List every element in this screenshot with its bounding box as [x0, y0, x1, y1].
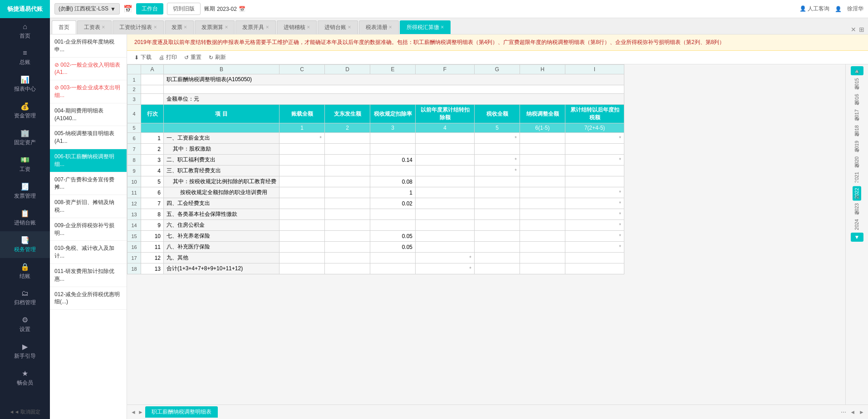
cell-num[interactable]: 10	[141, 231, 164, 242]
cell-g[interactable]	[475, 176, 520, 187]
tab-invoice[interactable]: 发票 ×	[165, 20, 194, 34]
workspace-button[interactable]: 工作台	[136, 3, 163, 15]
cell-e[interactable]: 1	[370, 187, 416, 198]
sidebar-item-tax[interactable]: 📑 税务管理	[0, 231, 50, 258]
unpin-button[interactable]: ◄◄ 取消固定	[0, 405, 50, 419]
cell-c[interactable]	[280, 187, 325, 198]
cell-d[interactable]	[325, 176, 370, 187]
cell-f[interactable]	[416, 242, 475, 253]
cell-d[interactable]	[325, 209, 370, 220]
cell-d[interactable]	[325, 144, 370, 155]
cell-i[interactable]: *	[565, 198, 624, 209]
list-item-005[interactable]: 005-纳税调整项目明细表(A1...	[50, 126, 127, 149]
tab-income-tax[interactable]: 所得税汇算缴 ×	[400, 20, 451, 34]
list-item-006[interactable]: 006-职工薪酬纳税调整明细...	[50, 149, 127, 172]
cell-num[interactable]: 5	[141, 176, 164, 187]
cell-h[interactable]	[520, 220, 565, 231]
sidebar-item-assets[interactable]: 💰 资金管理	[0, 97, 50, 124]
sidebar-item-archive[interactable]: 🗂 归档管理	[0, 285, 50, 311]
cell-d[interactable]	[325, 155, 370, 166]
cell-g[interactable]: *	[475, 133, 520, 144]
sidebar-item-sales[interactable]: 📋 进销台账	[0, 205, 50, 231]
cell-item[interactable]: 其中：按税收规定比例扣除的职工教育经费	[164, 176, 280, 187]
cell-e[interactable]	[370, 133, 416, 144]
cell-d[interactable]	[325, 198, 370, 209]
cell-f[interactable]	[416, 198, 475, 209]
cell-h[interactable]	[520, 263, 565, 274]
list-item-004[interactable]: 004-期间费用明细表(A1040...	[50, 103, 127, 127]
cell-c[interactable]	[280, 263, 325, 274]
cell-h[interactable]	[520, 231, 565, 242]
cell-num[interactable]: 1	[141, 133, 164, 144]
cell-h[interactable]	[520, 166, 565, 176]
cell-g[interactable]	[475, 198, 520, 209]
cell-num[interactable]: 11	[141, 242, 164, 253]
cell-e[interactable]	[370, 209, 416, 220]
scroll-left-icon[interactable]: ◄	[850, 409, 855, 415]
cell-c[interactable]	[280, 242, 325, 253]
year-2020[interactable]: 2020年	[853, 155, 861, 169]
year-2017[interactable]: 2017年	[853, 107, 861, 122]
cell-g[interactable]	[475, 263, 520, 274]
year-2016[interactable]: 2016年	[853, 92, 861, 107]
download-button[interactable]: ⬇ 下载	[134, 54, 152, 61]
cell-f[interactable]	[416, 176, 475, 187]
cell-h[interactable]	[520, 209, 565, 220]
cell-f[interactable]: *	[416, 263, 475, 274]
cell-num[interactable]: 13	[141, 263, 164, 274]
cell-c[interactable]	[280, 198, 325, 209]
calendar-icon[interactable]: 📅	[123, 5, 132, 13]
refresh-button[interactable]: ↻ 刷新	[209, 54, 226, 61]
cell-g[interactable]	[475, 144, 520, 155]
next-sheet-icon[interactable]: ►	[138, 409, 143, 415]
cell-g[interactable]	[475, 242, 520, 253]
close-tab-icon[interactable]: ✕	[851, 26, 856, 33]
cell-f[interactable]: *	[416, 253, 475, 263]
cell-num[interactable]: 7	[141, 198, 164, 209]
cell-i[interactable]: *	[565, 155, 624, 166]
cell-c[interactable]	[280, 155, 325, 166]
year-2021[interactable]: 2021年	[853, 170, 861, 185]
cell-num[interactable]: 4	[141, 166, 164, 176]
cell-e[interactable]	[370, 166, 416, 176]
year-2022[interactable]: 2022年	[853, 186, 861, 200]
cell-c[interactable]	[280, 166, 325, 176]
cell-i[interactable]: *	[565, 209, 624, 220]
cell-item[interactable]: 三、职工教育经费支出	[164, 166, 280, 176]
back-button[interactable]: 切到旧版	[167, 3, 201, 15]
cell-item[interactable]: 按税收规定全额扣除的职业培训费用	[164, 187, 280, 198]
cell-item[interactable]: 七、补充养老保险	[164, 231, 280, 242]
cell-g[interactable]	[475, 220, 520, 231]
cell-e[interactable]	[370, 220, 416, 231]
cell-e[interactable]: 0.02	[370, 198, 416, 209]
cell-d[interactable]	[325, 263, 370, 274]
cell-f[interactable]	[416, 155, 475, 166]
cell-g[interactable]: *	[475, 155, 520, 166]
list-item-003[interactable]: ⊘ 003-一般企业成本支出明细...	[50, 80, 127, 103]
tab-payroll[interactable]: 工资表 ×	[77, 20, 112, 34]
cell-e[interactable]: 0.08	[370, 176, 416, 187]
cell-i[interactable]: *	[565, 133, 624, 144]
list-item-009[interactable]: 009-企业所得税弥补亏损明...	[50, 218, 127, 241]
print-button[interactable]: 🖨 打印	[159, 54, 177, 61]
avatar-icon[interactable]: 👤	[835, 6, 842, 12]
sidebar-item-invoice[interactable]: 🧾 发票管理	[0, 178, 50, 205]
cell-g[interactable]	[475, 209, 520, 220]
cell-g[interactable]	[475, 187, 520, 198]
sheet-tab[interactable]: 职工薪酬纳税调整明细表	[145, 406, 218, 418]
sidebar-item-closing[interactable]: 🔒 结账	[0, 258, 50, 285]
tab-tax-clearance[interactable]: 税表清册 ×	[359, 20, 399, 34]
tab-purchase-verify[interactable]: 进销稽核 ×	[277, 20, 317, 34]
cell-item[interactable]: 二、职工福利费支出	[164, 155, 280, 166]
cell-f[interactable]	[416, 166, 475, 176]
spreadsheet-wrapper[interactable]: A B C D E F G H I	[127, 64, 845, 404]
list-item-010[interactable]: 010-免税、减计收入及加计...	[50, 241, 127, 264]
cell-g[interactable]	[475, 253, 520, 263]
year-2023[interactable]: 2023年	[853, 201, 861, 216]
cell-f[interactable]	[416, 220, 475, 231]
cell-num[interactable]: 9	[141, 220, 164, 231]
cell-h[interactable]	[520, 144, 565, 155]
cell-d[interactable]	[325, 133, 370, 144]
cell-num[interactable]: 3	[141, 155, 164, 166]
service-button[interactable]: 👤 人工客询	[799, 5, 829, 13]
